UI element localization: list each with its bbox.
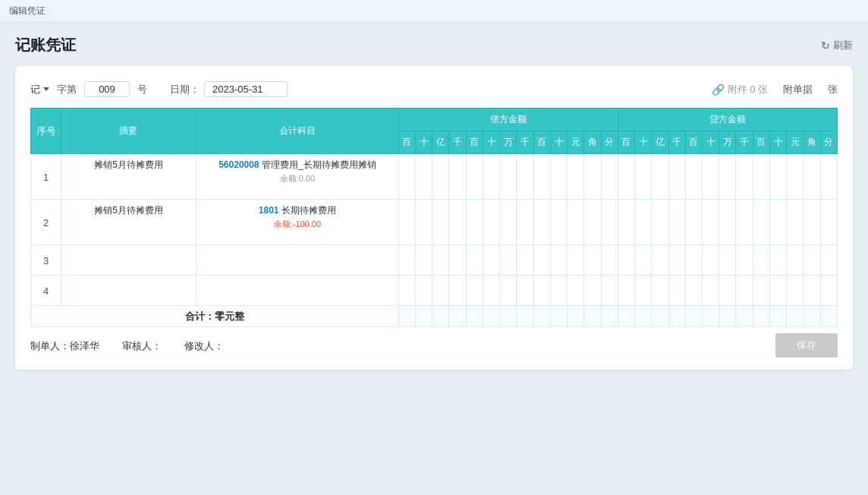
row2-account-name: 长期待摊费用 — [281, 205, 336, 216]
debit-d3: 亿 — [432, 131, 449, 154]
credit-d6: 十 — [703, 131, 719, 154]
table-row[interactable]: 3 — [31, 245, 838, 276]
form-row: 记 字第 号 日期： 🔗 附件 0 张 — [30, 81, 838, 97]
meta-left: 制单人：徐泽华 审核人： 修改人： — [30, 339, 224, 353]
debit-d13: 分 — [601, 131, 618, 154]
footer-label: 合计：零元整 — [185, 311, 244, 322]
credit-d13: 分 — [820, 131, 837, 154]
credit-d4: 千 — [668, 131, 685, 154]
debit-d9: 百 — [533, 131, 550, 154]
debit-d12: 角 — [584, 131, 601, 154]
save-button[interactable]: 保存 — [775, 333, 838, 358]
title-bar-label: 编辑凭证 — [9, 5, 46, 16]
th-credit: 贷方金额 — [618, 109, 837, 131]
chevron-down-icon — [43, 87, 49, 91]
modifier-label: 修改人： — [184, 339, 224, 353]
credit-d12: 角 — [804, 131, 820, 154]
voucher-card: 记 字第 号 日期： 🔗 附件 0 张 — [15, 66, 853, 370]
refresh-label: 刷新 — [833, 39, 853, 52]
date-input[interactable] — [204, 81, 288, 97]
row1-account-code: 56020008 — [219, 159, 259, 170]
row1-account-name: 管理费用_长期待摊费用摊销 — [262, 159, 376, 170]
row1-account[interactable]: 56020008 管理费用_长期待摊费用摊销 余额:0.00 — [196, 154, 398, 200]
num-input[interactable] — [84, 81, 130, 97]
table-row[interactable]: 1 摊销5月待摊费用 56020008 管理费用_长期待摊费用摊销 余额:0.0… — [31, 154, 838, 200]
row2-account[interactable]: 1801 长期待摊费用 余额:-100.00 — [196, 200, 398, 245]
footer-row: 合计：零元整 — [31, 306, 838, 327]
debit-d8: 千 — [517, 131, 533, 154]
fu-dan-label[interactable]: 附单据 — [783, 83, 813, 96]
th-debit: 借方金额 — [398, 109, 618, 131]
debit-d7: 万 — [500, 131, 517, 154]
credit-d10: 十 — [769, 131, 786, 154]
attach-link[interactable]: 🔗 附件 0 张 — [712, 83, 768, 96]
row1-summary[interactable]: 摊销5月待摊费用 — [61, 154, 197, 200]
row4-summary[interactable] — [61, 276, 197, 306]
title-bar: 编辑凭证 — [0, 0, 868, 23]
zi-label: 字第 — [57, 83, 77, 96]
debit-d5: 百 — [466, 131, 483, 154]
row3-account[interactable] — [196, 245, 398, 276]
table-row[interactable]: 4 — [31, 276, 838, 306]
row4-account[interactable] — [196, 276, 398, 306]
credit-d8: 千 — [736, 131, 753, 154]
zhang-label: 张 — [828, 83, 838, 96]
date-label: 日期： — [170, 83, 200, 96]
attach-label: 附件 0 张 — [728, 83, 768, 96]
refresh-icon: ↻ — [821, 39, 830, 52]
zi-label-item: 字第 — [57, 83, 77, 96]
row1-seq: 1 — [31, 154, 61, 200]
credit-d11: 元 — [787, 131, 804, 154]
debit-d10: 十 — [550, 131, 567, 154]
th-seq: 序号 — [31, 109, 61, 154]
type-selector[interactable]: 记 — [30, 83, 49, 96]
num-field-item[interactable] — [84, 81, 130, 97]
refresh-button[interactable]: ↻ 刷新 — [821, 39, 853, 52]
table-row[interactable]: 2 摊销5月待摊费用 1801 长期待摊费用 余额:-100.00 — [31, 200, 838, 245]
row4-seq: 4 — [31, 276, 61, 306]
row2-summary[interactable]: 摊销5月待摊费用 — [61, 200, 197, 245]
row1-balance: 余额:0.00 — [201, 173, 394, 184]
right-tools: 🔗 附件 0 张 附单据 张 — [712, 83, 838, 96]
row3-seq: 3 — [31, 245, 61, 276]
hao-label-item: 号 — [137, 83, 147, 96]
credit-d3: 亿 — [652, 131, 668, 154]
voucher-table: 序号 摘要 会计科目 借方金额 贷方金额 — [30, 108, 838, 327]
maker-label: 制单人：徐泽华 — [30, 339, 99, 353]
th-summary: 摘要 — [61, 109, 197, 154]
hao-label: 号 — [137, 83, 147, 96]
meta-footer: 制单人：徐泽华 审核人： 修改人： 保存 — [30, 335, 838, 358]
credit-d1: 百 — [618, 131, 634, 154]
debit-d1: 百 — [398, 131, 415, 154]
credit-d5: 百 — [685, 131, 702, 154]
date-field-item: 日期： — [170, 81, 288, 97]
reviewer-label: 审核人： — [122, 339, 162, 353]
page-title: 记账凭证 — [15, 35, 76, 55]
row2-seq: 2 — [31, 200, 61, 245]
credit-d7: 万 — [719, 131, 736, 154]
credit-d2: 十 — [635, 131, 652, 154]
row2-balance: 余额:-100.00 — [201, 219, 394, 230]
debit-d4: 千 — [449, 131, 466, 154]
type-label: 记 — [30, 83, 40, 96]
debit-d11: 元 — [568, 131, 584, 154]
credit-d9: 百 — [753, 131, 769, 154]
th-account: 会计科目 — [196, 109, 398, 154]
attach-icon: 🔗 — [712, 84, 725, 96]
debit-d6: 十 — [483, 131, 499, 154]
row3-summary[interactable] — [61, 245, 197, 276]
debit-d2: 十 — [416, 131, 432, 154]
row2-account-code: 1801 — [259, 205, 279, 216]
